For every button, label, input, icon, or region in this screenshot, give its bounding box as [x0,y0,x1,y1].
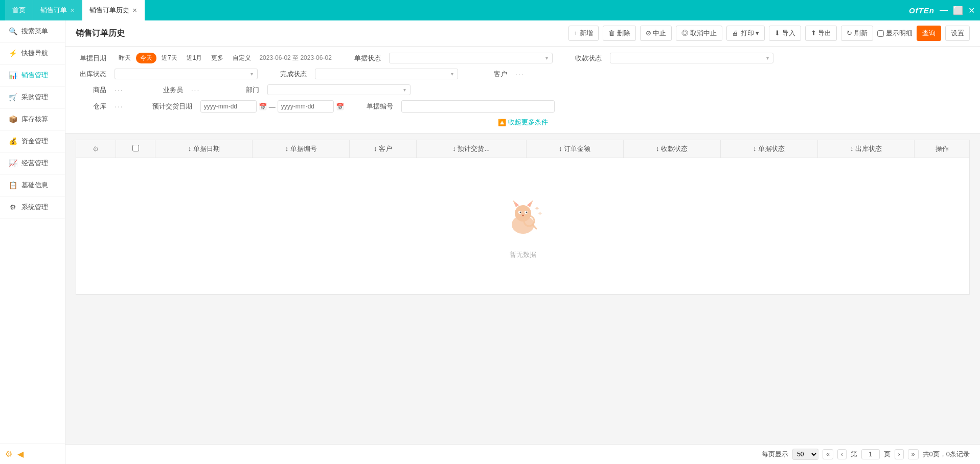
next-page-btn[interactable]: › [895,449,904,459]
col-outstock-status[interactable]: ↕ 出库状态 [817,140,915,158]
date-custom[interactable]: 自定义 [229,53,255,63]
bill-status-label: 单据状态 [350,54,381,63]
col-customer-label: ↕ 客户 [374,144,392,153]
tab-sales-order-close[interactable]: ✕ [70,7,75,14]
new-button[interactable]: + 新增 [568,26,599,41]
sidebar-item-purchase-mgmt[interactable]: 🛒 采购管理 [0,86,65,108]
col-receipt-status[interactable]: ↕ 收款状态 [623,140,720,158]
page-text: 页 [884,450,891,459]
delivery-date-end-input[interactable] [278,100,334,113]
outstock-select[interactable]: ▾ [115,69,258,79]
col-bill-status-label: ↕ 单据状态 [753,144,785,153]
col-bill-date[interactable]: ↕ 单据日期 [155,140,253,158]
delivery-date-start-input[interactable] [200,100,257,113]
col-customer[interactable]: ↕ 客户 [350,140,417,158]
collapse-filter-btn[interactable]: 🔼 收起更多条件 [76,118,970,127]
goods-select-dots[interactable]: ··· [115,86,124,94]
bill-no-input[interactable] [401,100,555,113]
col-bill-status[interactable]: ↕ 单据状态 [720,140,817,158]
col-bill-no-label: ↕ 单据编号 [285,144,317,153]
sidebar-item-sales-mgmt-label: 销售管理 [21,71,48,80]
delivery-date-start-icon[interactable]: 📅 [259,103,267,111]
col-receipt-status-label: ↕ 收款状态 [656,144,688,153]
first-page-btn[interactable]: « [823,449,833,459]
col-bill-date-label: ↕ 单据日期 [188,144,220,153]
sidebar-item-inventory[interactable]: 📦 库存核算 [0,108,65,130]
filter-area: 单据日期 昨天 今天 近7天 近1月 更多 自定义 2023-06-02 至 2… [65,47,980,134]
cancel-stop-button[interactable]: ◎ 取消中止 [676,26,722,41]
sidebar-item-purchase-mgmt-label: 采购管理 [21,93,48,102]
sales-mgmt-icon: 📊 [8,71,17,80]
date-today[interactable]: 今天 [136,53,156,63]
tab-sales-order-history[interactable]: 销售订单历史 ✕ [82,0,145,20]
window-maximize-icon[interactable]: ⬜ [953,6,963,15]
settings-button[interactable]: 设置 [945,26,970,41]
sidebar-item-search-menu[interactable]: 🔍 搜索菜单 [0,20,65,42]
page-title: 销售订单历史 [76,28,125,39]
date-yesterday[interactable]: 昨天 [115,53,135,63]
sidebar-item-finance[interactable]: 💰 资金管理 [0,130,65,152]
date-more[interactable]: 更多 [207,53,227,63]
bill-status-select[interactable]: ▾ [389,53,553,63]
print-button[interactable]: 🖨 打印 ▾ [726,26,765,41]
sidebar-item-finance-label: 资金管理 [21,137,48,146]
col-order-amount[interactable]: ↕ 订单金额 [526,140,623,158]
col-expected-delivery[interactable]: ↕ 预计交货... [416,140,526,158]
select-all-checkbox[interactable] [132,145,139,151]
top-bar: 首页 销售订单 ✕ 销售订单历史 ✕ OfTEn — ⬜ ✕ [0,0,980,20]
sidebar: 🔍 搜索菜单 ⚡ 快捷导航 📊 销售管理 🛒 采购管理 📦 库存核算 💰 资金管… [0,20,65,464]
receipt-status-arrow-icon: ▾ [766,55,769,61]
salesperson-select-dots[interactable]: ··· [191,86,200,94]
bill-status-arrow-icon: ▾ [545,55,548,61]
window-close-icon[interactable]: — [940,6,948,15]
col-order-amount-label: ↕ 订单金额 [559,144,590,153]
export-button[interactable]: ⬆ 导出 [805,26,837,41]
sys-mgmt-icon: ⚙ [8,203,17,212]
page-number-input[interactable] [861,449,880,459]
page-header: 销售订单历史 + 新增 🗑 删除 ⊘ 中止 ◎ 取消中止 🖨 打印 ▾ [65,20,980,47]
stop-button[interactable]: ⊘ 中止 [640,26,672,41]
receipt-status-select[interactable]: ▾ [610,53,773,63]
delete-button[interactable]: 🗑 删除 [603,26,636,41]
goods-label: 商品 [76,85,106,95]
col-expected-delivery-label: ↕ 预计交货... [452,144,490,153]
sidebar-item-sys-mgmt[interactable]: ⚙ 系统管理 [0,196,65,218]
date-last7[interactable]: 近7天 [157,53,181,63]
dept-select[interactable]: ▾ [267,84,411,95]
sidebar-settings-icon[interactable]: ⚙ [5,449,12,459]
filter-row-1: 单据日期 昨天 今天 近7天 近1月 更多 自定义 2023-06-02 至 2… [76,53,970,63]
display-cols-toggle[interactable]: 显示明细 [877,29,913,38]
sidebar-collapse-icon[interactable]: ◀ [17,449,24,459]
page-size-select[interactable]: 50 10 20 100 [792,449,818,460]
refresh-button[interactable]: ↻ 刷新 [841,26,873,41]
import-button[interactable]: ⬇ 导入 [769,26,801,41]
tab-home[interactable]: 首页 [5,0,33,20]
sidebar-item-operations[interactable]: 📈 经营管理 [0,152,65,174]
sidebar-item-base-info[interactable]: 📋 基础信息 [0,174,65,196]
delivery-date-end-icon[interactable]: 📅 [336,103,344,111]
svg-text:✦: ✦ [537,210,543,217]
date-last1m[interactable]: 近1月 [183,53,207,63]
sidebar-item-quick-nav[interactable]: ⚡ 快捷导航 [0,42,65,64]
warehouse-select-dots[interactable]: ··· [115,102,124,111]
sidebar-item-inventory-label: 库存核算 [21,115,48,124]
col-bill-no[interactable]: ↕ 单据编号 [253,140,350,158]
window-close-btn[interactable]: ✕ [968,6,975,15]
tab-sales-order-label: 销售订单 [40,6,67,15]
display-cols-checkbox[interactable] [877,30,884,37]
table-settings-icon[interactable]: ⚙ [93,145,99,153]
table-header-row: ⚙ ↕ 单据日期 ↕ 单据编号 [76,140,970,158]
tab-sales-order[interactable]: 销售订单 ✕ [33,0,82,20]
empty-row: ✦ ✦ 暂无数据 [76,158,970,295]
customer-select-dots[interactable]: ··· [515,70,525,78]
query-button[interactable]: 查询 [917,26,941,41]
tab-sales-order-history-close[interactable]: ✕ [132,7,137,14]
prev-page-btn[interactable]: ‹ [837,449,847,459]
sidebar-item-sales-mgmt[interactable]: 📊 销售管理 [0,64,65,86]
collapse-arrow-icon: 🔼 [498,119,506,126]
brand-label: OfTEn [909,6,935,15]
complete-label: 完成状态 [276,70,307,79]
operations-icon: 📈 [8,159,17,168]
complete-select[interactable]: ▾ [315,69,458,79]
last-page-btn[interactable]: » [908,449,919,459]
